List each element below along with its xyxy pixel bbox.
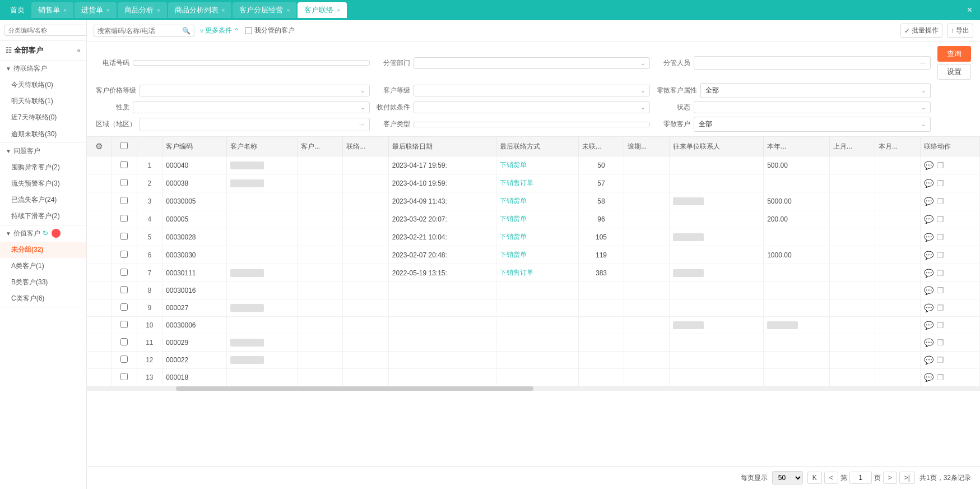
refresh-icon[interactable]: ↻ <box>43 229 48 237</box>
phone-action-icon[interactable]: 💬 <box>924 321 933 330</box>
field-payment-select[interactable]: ⌄ <box>414 102 651 113</box>
next-page-button[interactable]: > <box>883 472 897 484</box>
sidebar-item-today[interactable]: 今天待联络(0) <box>0 77 86 93</box>
cell-checkbox[interactable] <box>112 156 137 174</box>
sidebar-all-customers[interactable]: ☷ 全部客户 « <box>0 41 86 61</box>
my-customers-check[interactable] <box>245 27 252 34</box>
filter-search-input[interactable] <box>97 27 180 35</box>
sidebar-item-tomorrow[interactable]: 明天待联络(1) <box>0 93 86 109</box>
nav-tab-customer-segment[interactable]: 客户分层经营 × <box>233 2 296 18</box>
more-action-icon[interactable]: ❐ <box>937 251 944 260</box>
field-price-level-select[interactable]: ⌄ <box>140 85 370 96</box>
select-all-checkbox[interactable] <box>120 142 128 149</box>
more-action-icon[interactable]: ❐ <box>937 179 944 188</box>
phone-action-icon[interactable]: 💬 <box>924 286 933 295</box>
sidebar-item-ungrouped[interactable]: 未分组(32) <box>0 242 86 258</box>
sidebar-search-input[interactable] <box>4 25 87 36</box>
field-scatter-cust-select[interactable]: 全部⌄ <box>694 117 931 132</box>
nav-tab-purchase[interactable]: 进货单 × <box>75 2 117 18</box>
table-scrollbar[interactable] <box>87 386 980 391</box>
field-manager-input[interactable]: ··· <box>694 56 931 70</box>
close-all-button[interactable]: × <box>964 5 976 15</box>
more-action-icon[interactable]: ❐ <box>937 269 944 278</box>
cell-checkbox[interactable] <box>112 264 137 282</box>
nav-tab-analysis[interactable]: 商品分析 × <box>118 2 167 18</box>
sidebar-item-declining[interactable]: 持续下滑客户(2) <box>0 208 86 224</box>
close-tab-contact[interactable]: × <box>337 7 340 13</box>
nav-home[interactable]: 首页 <box>4 5 30 15</box>
phone-action-icon[interactable]: 💬 <box>924 338 933 347</box>
sidebar-item-a-class[interactable]: A类客户(1) <box>0 258 86 274</box>
more-action-icon[interactable]: ❐ <box>937 286 944 295</box>
last-method-link[interactable]: 下销货单 <box>500 197 527 205</box>
cell-checkbox[interactable] <box>112 334 137 352</box>
more-action-icon[interactable]: ❐ <box>937 161 944 170</box>
last-method-link[interactable]: 下销售订单 <box>500 269 533 276</box>
section-problem-title[interactable]: ▼ 问题客户 <box>0 143 86 159</box>
sidebar-item-c-class[interactable]: C类客户(6) <box>0 290 86 307</box>
cell-checkbox[interactable] <box>112 192 137 210</box>
cell-checkbox[interactable] <box>112 317 137 334</box>
field-nature-select[interactable]: ⌄ <box>133 102 370 113</box>
cell-checkbox[interactable] <box>112 246 137 264</box>
phone-action-icon[interactable]: 💬 <box>924 373 933 382</box>
field-scatter-attr-select[interactable]: 全部⌄ <box>700 83 931 98</box>
more-action-icon[interactable]: ❐ <box>937 321 944 330</box>
more-action-icon[interactable]: ❐ <box>937 303 944 312</box>
batch-op-button[interactable]: ✓ 批量操作 <box>900 24 942 38</box>
phone-action-icon[interactable]: 💬 <box>924 251 933 260</box>
sidebar-item-abnormal[interactable]: 囤购异常客户(2) <box>0 159 86 176</box>
more-action-icon[interactable]: ❐ <box>937 233 944 242</box>
more-action-icon[interactable]: ❐ <box>937 197 944 206</box>
cell-checkbox[interactable] <box>112 228 137 246</box>
close-tab-segment[interactable]: × <box>286 7 290 13</box>
first-page-button[interactable]: K <box>807 472 822 484</box>
sidebar-item-overdue[interactable]: 逾期未联络(30) <box>0 126 86 142</box>
field-cust-type-input[interactable] <box>414 122 651 127</box>
filter-more-button[interactable]: ▿ 更多条件 ⌃ <box>200 26 239 35</box>
cell-checkbox[interactable] <box>112 369 137 386</box>
nav-tab-sales[interactable]: 销售单 × <box>31 2 73 18</box>
cell-checkbox[interactable] <box>112 299 137 317</box>
field-region-input[interactable]: ··· <box>140 118 370 131</box>
page-number-input[interactable] <box>849 472 872 484</box>
phone-action-icon[interactable]: 💬 <box>924 179 933 188</box>
export-button[interactable]: ↑ 导出 <box>947 24 973 38</box>
close-tab-analysis-list[interactable]: × <box>222 7 225 13</box>
cell-checkbox[interactable] <box>112 282 137 299</box>
last-method-link[interactable]: 下销货单 <box>500 161 527 169</box>
sidebar-item-lost[interactable]: 已流失客户(24) <box>0 192 86 208</box>
page-size-select[interactable]: 50 100 <box>772 471 803 485</box>
nav-tab-analysis-list[interactable]: 商品分析列表 × <box>168 2 232 18</box>
query-button[interactable]: 查询 <box>937 46 971 62</box>
last-method-link[interactable]: 下销货单 <box>500 233 527 241</box>
phone-action-icon[interactable]: 💬 <box>924 233 933 242</box>
cell-checkbox[interactable] <box>112 352 137 369</box>
more-action-icon[interactable]: ❐ <box>937 356 944 365</box>
sidebar-item-b-class[interactable]: B类客户(33) <box>0 274 86 290</box>
phone-action-icon[interactable]: 💬 <box>924 269 933 278</box>
section-pending-title[interactable]: ▼ 待联络客户 <box>0 61 86 77</box>
close-tab-sales[interactable]: × <box>63 7 67 13</box>
last-method-link[interactable]: 下销货单 <box>500 215 527 223</box>
close-tab-analysis[interactable]: × <box>157 7 160 13</box>
my-customers-checkbox[interactable]: 我分管的客户 <box>245 26 295 35</box>
last-method-link[interactable]: 下销货单 <box>500 251 527 259</box>
more-action-icon[interactable]: ❐ <box>937 338 944 347</box>
phone-action-icon[interactable]: 💬 <box>924 215 933 224</box>
phone-action-icon[interactable]: 💬 <box>924 356 933 365</box>
col-settings[interactable]: ⚙ <box>87 137 112 156</box>
filter-search-icon[interactable]: 🔍 <box>182 27 191 35</box>
more-action-icon[interactable]: ❐ <box>937 215 944 224</box>
close-tab-purchase[interactable]: × <box>106 7 110 13</box>
section-value-title[interactable]: ▼ 价值客户 ↻ <box>0 225 86 242</box>
phone-action-icon[interactable]: 💬 <box>924 303 933 312</box>
last-method-link[interactable]: 下销售订单 <box>500 179 533 187</box>
phone-action-icon[interactable]: 💬 <box>924 197 933 206</box>
sidebar-item-warning[interactable]: 流失预警客户(3) <box>0 176 86 192</box>
phone-action-icon[interactable]: 💬 <box>924 161 933 170</box>
reset-button[interactable]: 设置 <box>937 64 971 80</box>
more-action-icon[interactable]: ❐ <box>937 373 944 382</box>
sidebar-collapse-icon[interactable]: « <box>77 47 81 54</box>
field-phone-input[interactable] <box>133 60 370 66</box>
